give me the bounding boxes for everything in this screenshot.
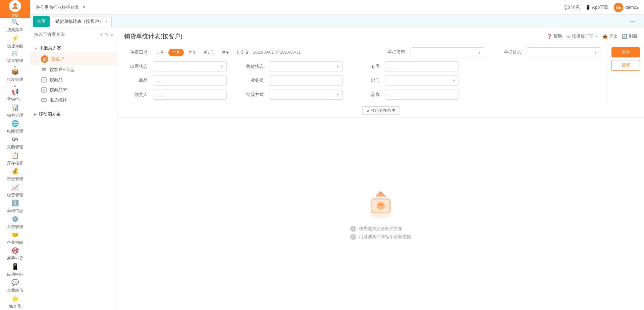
- message-icon: 💬: [565, 5, 570, 10]
- refresh-button[interactable]: 🔄 刷新: [622, 33, 637, 39]
- right-panel: 销货单统计表(按客户) ❓ 帮助 🖨 按模板打印 ▼ 📤 导出: [117, 28, 644, 310]
- svg-rect-4: [42, 70, 46, 71]
- tab-sales-label: 销货单统计表（按客户）: [55, 18, 103, 24]
- tab-sales-stats[interactable]: 销货单统计表（按客户） ×: [51, 16, 112, 27]
- sidebar-item-sales[interactable]: 📊 销售管理: [0, 103, 30, 119]
- settlement-select[interactable]: ▼: [269, 90, 343, 100]
- query-button[interactable]: 查询: [611, 47, 640, 57]
- sidebar-item-system[interactable]: ⚙️ 系统管理: [0, 214, 30, 230]
- tab-maximize-icon[interactable]: □: [638, 18, 641, 24]
- date-btn-7days[interactable]: 近7天: [201, 48, 217, 57]
- plan-item-customer-goods[interactable]: 按客户+商品: [30, 65, 117, 75]
- date-btn-this-month[interactable]: 本月: [168, 49, 184, 56]
- date-btn-more[interactable]: 更多: [218, 48, 232, 57]
- sidebar-item-ecommerce[interactable]: 🌐 电商管理: [0, 119, 30, 135]
- date-btn-this-year[interactable]: 本年: [185, 48, 199, 57]
- sidebar-item-wholesale[interactable]: 📦 批发管理 ▲: [0, 68, 30, 87]
- top-selector-chevron[interactable]: ▼: [82, 5, 86, 10]
- print-button[interactable]: 🖨 按模板打印 ▼: [566, 33, 598, 39]
- tab-home[interactable]: 首页: [33, 16, 50, 27]
- print-chevron[interactable]: ▼: [595, 35, 598, 38]
- print-label: 按模板打印: [572, 33, 594, 39]
- sidebar-label-wechat: 企业微信: [7, 288, 23, 293]
- app-download-button[interactable]: 📱 App下载: [585, 4, 608, 10]
- sidebar-item-retail[interactable]: 🛒 零售管理 ▼: [0, 50, 30, 68]
- goods99-icon: [41, 87, 47, 93]
- hint-num-2: 2: [350, 234, 356, 240]
- mobile-group-label: 移动端方案: [39, 111, 61, 117]
- department-chevron: ▼: [452, 79, 456, 83]
- topbar-left: 办公用品行业模拟账套 ▼: [36, 4, 86, 10]
- filter-row-2: 出库状态 ▼ 收款状态 ▼ 仓库 …: [124, 61, 600, 71]
- print-icon: 🖨: [566, 34, 571, 39]
- sidebar-item-shortcut[interactable]: ⚡ 快捷导航: [0, 34, 30, 49]
- plan-item-by-customer[interactable]: 按 按客户: [30, 53, 117, 65]
- export-button[interactable]: 📤 导出: [602, 33, 618, 39]
- user-profile-button[interactable]: Ea demo2: [614, 3, 639, 12]
- collapse-button[interactable]: ∧ 收起更多条件: [362, 106, 399, 115]
- tab-bar: 首页 销货单统计表（按客户） × — □: [30, 15, 644, 28]
- date-btn-last-month[interactable]: 上月: [153, 48, 167, 57]
- plan-item-by-goods[interactable]: 按商品: [30, 75, 117, 85]
- empty-hints: 1 请先选择要分析的方案 2 用过滤条件来缩小分析范围: [350, 226, 411, 240]
- sidebar-item-newbie[interactable]: 🎯 新手引导: [0, 246, 30, 262]
- return-icon: [41, 97, 47, 103]
- refresh-label: 刷新: [629, 33, 637, 39]
- plan-customer-goods-label: 按客户+商品: [50, 67, 74, 73]
- sidebar-item-inventory[interactable]: 📋 库存核算: [0, 151, 30, 167]
- wholesale-icon: 📦: [11, 68, 19, 75]
- sidebar-item-finance[interactable]: 💰 资金管理: [0, 167, 30, 183]
- active-plan-icon: 按: [41, 55, 48, 63]
- collapse-label: 收起更多条件: [371, 108, 395, 113]
- plan-item-return[interactable]: 退货统计: [30, 95, 117, 105]
- recipient-select[interactable]: …: [153, 90, 227, 100]
- tab-close-icon[interactable]: ×: [105, 19, 107, 23]
- svg-point-1: [42, 68, 44, 70]
- goods-select[interactable]: …: [153, 75, 227, 86]
- sidebar-item-member[interactable]: ⭐ 畅会员: [0, 294, 30, 310]
- warehouse-select[interactable]: …: [385, 61, 459, 71]
- delivery-chevron: ▼: [220, 64, 224, 68]
- sidebar-item-enterprise[interactable]: 🤝 企业协同: [0, 230, 30, 246]
- message-button[interactable]: 💬 消息: [565, 4, 580, 10]
- svg-point-18: [377, 202, 385, 210]
- goods-dots: …: [156, 78, 160, 83]
- search-icon: 🔍: [11, 18, 19, 26]
- page-header: 销货单统计表(按客户) ❓ 帮助 🖨 按模板打印 ▼ 📤 导出: [117, 28, 644, 43]
- mobile-group-arrow: ▶: [34, 112, 37, 116]
- filter-section: 单据日期 上月 本月 本年 近7天 更多 自定义 2023-03-01 至 20…: [117, 43, 644, 104]
- system-icon: ⚙️: [11, 215, 19, 223]
- sidebar-item-search[interactable]: 🔍 搜索菜单: [0, 18, 30, 34]
- apps-icon: 📱: [11, 263, 19, 270]
- date-filter-label: 单据日期: [124, 49, 148, 55]
- add-plan-icon[interactable]: +: [100, 32, 103, 37]
- doc-type-select[interactable]: ▼: [411, 47, 484, 57]
- settings-button[interactable]: 设置: [611, 60, 640, 71]
- plan-group-pc-header[interactable]: ▼ 电脑端方案: [30, 43, 117, 53]
- help-button[interactable]: ❓ 帮助: [547, 33, 562, 39]
- sidebar-item-operation[interactable]: 📈 经营管理: [0, 183, 30, 199]
- plan-item-goods99[interactable]: 按商品99: [30, 85, 117, 95]
- salesperson-select[interactable]: …: [269, 75, 343, 86]
- salesperson-label: 业务员: [240, 78, 264, 84]
- sidebar-item-purchase[interactable]: 🛍 采购管理: [0, 135, 30, 151]
- tab-minimize-icon[interactable]: —: [630, 18, 635, 24]
- filter-row-3: 商品 … 业务员 … 部门 ▼: [124, 75, 600, 86]
- collapse-panel-icon[interactable]: «: [110, 32, 113, 37]
- svg-point-20: [381, 204, 383, 205]
- sidebar-item-basic[interactable]: ℹ️ 基础信息: [0, 199, 30, 214]
- doc-status-select[interactable]: ▼: [527, 47, 600, 57]
- plan-group-mobile-header[interactable]: ▶ 移动端方案: [30, 109, 117, 119]
- edit-plan-icon[interactable]: ✎: [105, 32, 108, 37]
- sidebar-item-wechat[interactable]: 💬 企业微信: [0, 278, 30, 294]
- delivery-select[interactable]: ▼: [153, 61, 227, 71]
- recipient-label: 收货人: [124, 92, 148, 98]
- brand-select[interactable]: …: [385, 90, 459, 100]
- sidebar-item-apps[interactable]: 📱 应用中心: [0, 262, 30, 278]
- date-btn-custom[interactable]: 自定义: [234, 48, 252, 57]
- payment-select[interactable]: ▼: [269, 61, 343, 71]
- sidebar-item-marketing[interactable]: 📢 营销推广: [0, 87, 30, 103]
- sidebar-label-search: 搜索菜单: [7, 27, 23, 33]
- department-select[interactable]: ▼: [385, 75, 459, 86]
- sidebar-label-inventory: 库存核算: [7, 160, 23, 166]
